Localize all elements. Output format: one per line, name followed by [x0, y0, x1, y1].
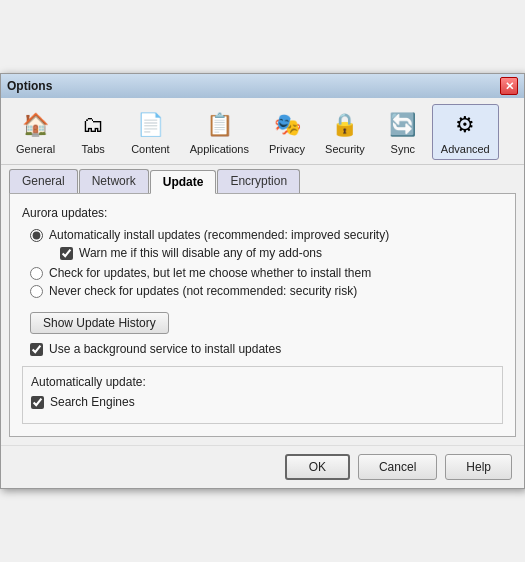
radio-never-check: Never check for updates (not recommended… [30, 284, 503, 298]
radio-check-choose-input[interactable] [30, 267, 43, 280]
auto-update-title: Automatically update: [31, 375, 494, 389]
privacy-icon: 🎭 [271, 109, 303, 141]
toolbar-applications[interactable]: 📋 Applications [181, 104, 258, 160]
background-service-checkbox-input[interactable] [30, 343, 43, 356]
toolbar-tabs-label: Tabs [82, 143, 105, 155]
title-bar: Options ✕ [1, 74, 524, 98]
toolbar-privacy[interactable]: 🎭 Privacy [260, 104, 314, 160]
close-button[interactable]: ✕ [500, 77, 518, 95]
toolbar-general-label: General [16, 143, 55, 155]
tab-general[interactable]: General [9, 169, 78, 193]
background-service-checkbox-item: Use a background service to install upda… [30, 342, 503, 356]
toolbar-security[interactable]: 🔒 Security [316, 104, 374, 160]
ok-button[interactable]: OK [285, 454, 350, 480]
toolbar-applications-label: Applications [190, 143, 249, 155]
radio-auto-install: Automatically install updates (recommend… [30, 228, 503, 242]
radio-never-check-label: Never check for updates (not recommended… [49, 284, 357, 298]
show-update-history-button[interactable]: Show Update History [30, 312, 169, 334]
toolbar-security-label: Security [325, 143, 365, 155]
tab-bar: General Network Update Encryption [1, 165, 524, 193]
warn-checkbox-label: Warn me if this will disable any of my a… [79, 246, 322, 260]
toolbar-advanced-label: Advanced [441, 143, 490, 155]
search-engines-checkbox-label: Search Engines [50, 395, 135, 409]
window-title: Options [7, 79, 52, 93]
warn-checkbox-item: Warn me if this will disable any of my a… [60, 246, 503, 260]
toolbar-content-label: Content [131, 143, 170, 155]
tab-network[interactable]: Network [79, 169, 149, 193]
warn-checkbox-input[interactable] [60, 247, 73, 260]
radio-auto-install-input[interactable] [30, 229, 43, 242]
tab-update[interactable]: Update [150, 170, 217, 194]
toolbar-tabs[interactable]: 🗂 Tabs [66, 104, 120, 160]
footer: OK Cancel Help [1, 445, 524, 488]
search-engines-checkbox-item: Search Engines [31, 395, 494, 409]
applications-icon: 📋 [203, 109, 235, 141]
sync-icon: 🔄 [387, 109, 419, 141]
security-icon: 🔒 [329, 109, 361, 141]
radio-never-check-input[interactable] [30, 285, 43, 298]
toolbar: 🏠 General 🗂 Tabs 📄 Content 📋 Application… [1, 98, 524, 165]
radio-check-choose: Check for updates, but let me choose whe… [30, 266, 503, 280]
tab-encryption[interactable]: Encryption [217, 169, 300, 193]
auto-update-section: Automatically update: Search Engines [22, 366, 503, 424]
toolbar-sync[interactable]: 🔄 Sync [376, 104, 430, 160]
radio-check-choose-label: Check for updates, but let me choose whe… [49, 266, 371, 280]
radio-auto-install-label: Automatically install updates (recommend… [49, 228, 389, 242]
toolbar-privacy-label: Privacy [269, 143, 305, 155]
toolbar-general[interactable]: 🏠 General [7, 104, 64, 160]
options-window: Options ✕ 🏠 General 🗂 Tabs 📄 Content 📋 A… [0, 73, 525, 489]
content-icon: 📄 [134, 109, 166, 141]
content-area: Aurora updates: Automatically install up… [9, 193, 516, 437]
cancel-button[interactable]: Cancel [358, 454, 437, 480]
advanced-icon: ⚙ [449, 109, 481, 141]
toolbar-advanced[interactable]: ⚙ Advanced [432, 104, 499, 160]
search-engines-checkbox-input[interactable] [31, 396, 44, 409]
toolbar-content[interactable]: 📄 Content [122, 104, 179, 160]
help-button[interactable]: Help [445, 454, 512, 480]
toolbar-sync-label: Sync [391, 143, 415, 155]
general-icon: 🏠 [20, 109, 52, 141]
tabs-icon: 🗂 [77, 109, 109, 141]
section-title: Aurora updates: [22, 206, 503, 220]
background-service-checkbox-label: Use a background service to install upda… [49, 342, 281, 356]
